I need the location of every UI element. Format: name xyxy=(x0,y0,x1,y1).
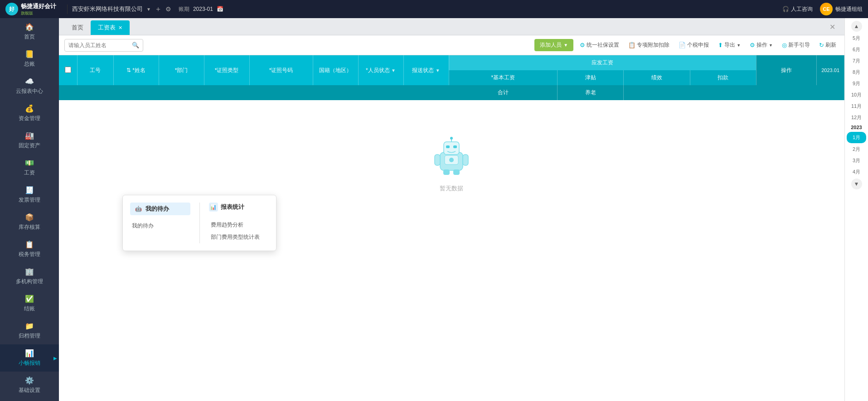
dropdown-popup: 🤖 我的待办 我的待办 📊 报表统计 费用趋势分析 xyxy=(122,195,276,251)
sidebar-item-invoice[interactable]: 🧾 发票管理 xyxy=(0,181,59,208)
cloud-icon: ☁️ xyxy=(25,77,34,86)
timeline-month-1[interactable]: 1月 xyxy=(847,132,866,143)
personal-tax-label: 个税申报 xyxy=(687,41,709,49)
tab-salary-table[interactable]: 工资表 ✕ xyxy=(91,20,130,35)
sidebar-item-xiaochang[interactable]: 📊 小畅报销 ▶ xyxy=(0,344,59,372)
sidebar-item-salary[interactable]: 💵 工资 xyxy=(0,154,59,181)
sidebar-item-cloud[interactable]: ☁️ 云报表中心 xyxy=(0,72,59,100)
th-id-num: *证照号码 xyxy=(249,55,313,85)
tab-close-all-icon[interactable]: ✕ xyxy=(826,21,839,33)
th-checkbox xyxy=(59,55,77,85)
th-dept: *部门 xyxy=(159,55,204,85)
th-total: 合计 xyxy=(449,85,558,100)
top-right: 🎧 人工咨询 CE 畅捷通组组 xyxy=(782,3,863,15)
multi-icon: 🏢 xyxy=(25,267,34,276)
company-area: 西安虾米网络科技有限公司 ▼ ＋ ⚙ 账期 2023-01 📅 xyxy=(67,5,223,14)
personnel-filter-icon[interactable]: ▼ xyxy=(391,68,396,73)
sidebar-label-home: 首页 xyxy=(24,33,35,41)
settings-icon[interactable]: ⚙ xyxy=(165,5,171,13)
logo-icon: 好 xyxy=(5,3,18,15)
timeline-month-10[interactable]: 10月 xyxy=(845,89,868,101)
timeline-month-4[interactable]: 4月 xyxy=(845,166,868,178)
timeline-month-2[interactable]: 2月 xyxy=(845,144,868,155)
sidebar-item-multi[interactable]: 🏢 多机构管理 xyxy=(0,263,59,290)
timeline-month-5[interactable]: 5月 xyxy=(845,33,868,44)
sidebar-item-finance[interactable]: 💰 资金管理 xyxy=(0,100,59,127)
finance-icon: 💰 xyxy=(25,104,34,113)
popup-col-report: 📊 报表统计 费用趋势分析 部门费用类型统计表 xyxy=(209,203,269,243)
report-filter-icon[interactable]: ▼ xyxy=(436,68,440,73)
personal-tax-action[interactable]: 📄 个税申报 xyxy=(676,39,712,51)
timeline-year-2023: 2023 xyxy=(851,123,862,131)
special-deduct-action[interactable]: 📋 专项附加扣除 xyxy=(626,39,672,51)
popup-report-title[interactable]: 📊 报表统计 xyxy=(209,203,269,214)
operate-icon: ⚙ xyxy=(750,42,755,48)
social-security-action[interactable]: ⚙ 统一社保设置 xyxy=(577,39,622,51)
timeline-month-12[interactable]: 12月 xyxy=(845,112,868,123)
timeline-month-6[interactable]: 6月 xyxy=(845,44,868,55)
sidebar-item-tax[interactable]: 📋 税务管理 xyxy=(0,236,59,263)
avatar: CE xyxy=(820,3,833,15)
refresh-action[interactable]: ↻ 刷新 xyxy=(816,39,839,51)
svg-point-11 xyxy=(449,158,454,162)
content-area: 首页 工资表 ✕ ✕ 🔍 添加人员 ▼ ⚙ xyxy=(59,18,844,401)
special-deduct-label: 专项附加扣除 xyxy=(637,41,669,49)
th-base-salary: *基本工资 xyxy=(449,70,558,85)
new-guide-label: 新手引导 xyxy=(788,41,810,49)
timeline-month-9[interactable]: 9月 xyxy=(845,78,868,89)
empty-robot-svg xyxy=(431,136,472,177)
tab-home-label: 首页 xyxy=(72,24,83,32)
xiaochang-icon: 📊 xyxy=(25,349,34,358)
sidebar-expand-icon: ▶ xyxy=(53,356,57,361)
add-person-button[interactable]: 添加人员 ▼ xyxy=(534,39,573,51)
sidebar-item-archive[interactable]: 📁 归档管理 xyxy=(0,317,59,344)
sidebar-item-inventory[interactable]: 📦 库存核算 xyxy=(0,208,59,236)
calendar-icon[interactable]: 📅 xyxy=(217,6,223,12)
logo-area: 好 畅捷通好会计 旗舰版 xyxy=(5,2,60,16)
service-button[interactable]: 🎧 人工咨询 xyxy=(782,5,813,13)
popup-cost-trend[interactable]: 费用趋势分析 xyxy=(209,219,269,231)
popup-my-pending[interactable]: 我的待办 xyxy=(130,220,190,232)
popup-pending-title[interactable]: 🤖 我的待办 xyxy=(130,203,190,215)
sidebar-item-home[interactable]: 🏠 首页 xyxy=(0,18,59,45)
operate-action[interactable]: ⚙ 操作 ▼ xyxy=(747,39,776,51)
timeline-month-11[interactable]: 11月 xyxy=(845,101,868,112)
export-icon: ⬆ xyxy=(718,42,723,48)
timeline-month-8[interactable]: 8月 xyxy=(845,67,868,78)
company-dropdown-icon[interactable]: ▼ xyxy=(146,7,151,12)
search-box: 🔍 xyxy=(64,39,143,52)
sidebar-item-guide[interactable]: ▶️ 新手引导 xyxy=(0,399,59,401)
timeline-nav-down[interactable]: ▼ xyxy=(851,179,862,189)
logo-sub: 旗舰版 xyxy=(21,10,56,16)
sidebar-item-assets[interactable]: 🏭 固定资产 xyxy=(0,127,59,154)
timeline-nav-up[interactable]: ▲ xyxy=(851,21,862,32)
select-all-checkbox[interactable] xyxy=(65,67,71,73)
sidebar-item-settle[interactable]: ✅ 结账 xyxy=(0,290,59,317)
timeline-month-3[interactable]: 3月 xyxy=(845,155,868,166)
add-person-dropdown-icon: ▼ xyxy=(563,43,568,48)
th-country: 国籍（地区） xyxy=(313,55,358,85)
search-icon[interactable]: 🔍 xyxy=(132,42,139,48)
avatar-area[interactable]: CE 畅捷通组组 xyxy=(820,3,863,15)
sidebar-item-ledger[interactable]: 📒 总账 xyxy=(0,45,59,72)
personal-tax-icon: 📄 xyxy=(679,42,686,48)
home-icon: 🏠 xyxy=(25,23,34,31)
add-company-icon[interactable]: ＋ xyxy=(155,5,162,14)
service-label: 人工咨询 xyxy=(791,5,813,13)
popup-dept-cost[interactable]: 部门费用类型统计表 xyxy=(209,231,269,243)
th-spacer xyxy=(59,85,449,100)
tab-close-icon[interactable]: ✕ xyxy=(118,25,122,31)
sidebar-label-archive: 归档管理 xyxy=(19,332,40,340)
new-guide-icon: ◎ xyxy=(782,42,787,48)
search-input[interactable] xyxy=(68,42,132,48)
sidebar-item-settings[interactable]: ⚙️ 基础设置 xyxy=(0,372,59,399)
tab-salary-label: 工资表 xyxy=(98,24,116,32)
timeline-month-7[interactable]: 7月 xyxy=(845,55,868,67)
export-action[interactable]: ⬆ 导出 ▼ xyxy=(715,39,743,51)
new-guide-action[interactable]: ◎ 新手引导 xyxy=(779,39,813,51)
export-label: 导出 xyxy=(724,41,735,49)
tab-home[interactable]: 首页 xyxy=(64,20,91,35)
headset-icon: 🎧 xyxy=(782,6,789,12)
svg-rect-8 xyxy=(443,169,450,175)
sidebar-label-salary: 工资 xyxy=(24,169,35,177)
